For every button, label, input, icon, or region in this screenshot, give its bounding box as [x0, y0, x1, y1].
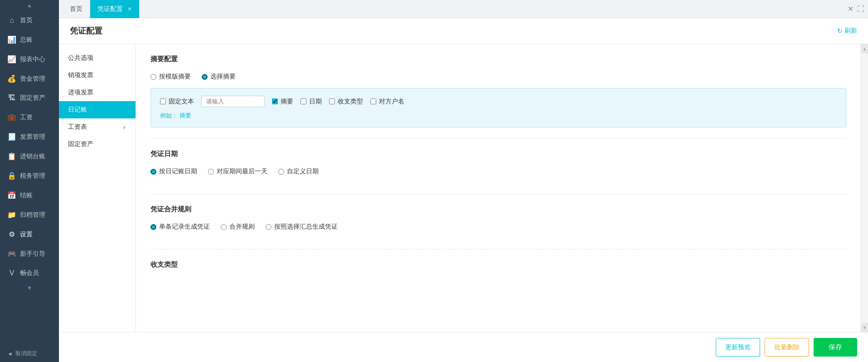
fixed-assets-icon: 🏗 — [7, 94, 16, 102]
date-checkbox[interactable]: 日期 — [301, 98, 322, 106]
income-expense-title: 收支类型 — [150, 260, 846, 269]
home-icon: ⌂ — [7, 16, 16, 24]
summary-config-box: 固定文本 摘要 日期 — [150, 88, 846, 127]
refresh-button[interactable]: ↻ 刷新 — [837, 27, 857, 35]
sidebar-item-vip[interactable]: V畅会员 — [0, 264, 59, 283]
voucher-date-radio-group: 按日记账日期 对应期间最后一天 自定义日期 — [150, 167, 846, 176]
scroll-thumb[interactable] — [861, 53, 868, 323]
last-day-radio[interactable]: 对应期间最后一天 — [208, 167, 267, 176]
sidebar-item-close[interactable]: 📅结账 — [0, 186, 59, 205]
sidebar-item-tax[interactable]: 🔒税务管理 — [0, 166, 59, 186]
left-nav-public[interactable]: 公共选项 — [59, 49, 136, 67]
sidebar-item-home[interactable]: ⌂首页 — [0, 11, 59, 30]
merge-rules-radio-group: 单条记录生成凭证 合并规则 按照选择汇总生成凭证 — [150, 223, 846, 231]
save-button[interactable]: 保存 — [814, 338, 857, 357]
summary-example: 例如： 摘要 — [160, 112, 837, 120]
page-title: 凭证配置 — [70, 25, 102, 36]
refresh-icon: ↻ — [837, 27, 843, 34]
merge-rules-section: 凭证合并规则 单条记录生成凭证 合并规则 按照选择汇总生成凭证 — [150, 205, 846, 249]
sidebar-scroll-down[interactable]: ▼ — [0, 283, 59, 294]
income-type-checkbox[interactable]: 收支类型 — [329, 98, 363, 106]
left-nav-purchase-invoice[interactable]: 进项发票 — [59, 84, 136, 101]
tab-home-tab[interactable]: 首页 — [63, 0, 90, 18]
update-preview-button[interactable]: 更新预览 — [716, 338, 760, 357]
tab-bar: 首页凭证配置✕ ✕ ⛶ — [59, 0, 868, 18]
voucher-date-title: 凭证日期 — [150, 150, 846, 158]
left-nav-fixed-assets-nav[interactable]: 固定资产 — [59, 136, 136, 153]
left-nav: 公共选项销项发票进项发票日记账工资表∨固定资产 — [59, 44, 136, 332]
sidebar-item-reports[interactable]: 📈报表中心 — [0, 49, 59, 69]
tab-voucher-config-tab[interactable]: 凭证配置✕ — [90, 0, 140, 18]
sidebar-item-payroll[interactable]: 💼工资 — [0, 108, 59, 127]
single-record-radio[interactable]: 单条记录生成凭证 — [150, 223, 210, 231]
fixed-text-input[interactable] — [201, 96, 265, 107]
main-area: 首页凭证配置✕ ✕ ⛶ 凭证配置 ↻ 刷新 公共选项销项发票进项发票日记账工资表… — [59, 0, 868, 362]
sidebar-item-settings[interactable]: ⚙设置 — [0, 225, 59, 244]
sidebar-item-purchase-sales[interactable]: 📋进销台账 — [0, 147, 59, 166]
content-area: 凭证配置 ↻ 刷新 公共选项销项发票进项发票日记账工资表∨固定资产 摘要配置 — [59, 18, 868, 362]
payroll-icon: 💼 — [7, 113, 16, 122]
sidebar-item-archive[interactable]: 📁归档管理 — [0, 205, 59, 225]
ledger-icon: 📊 — [7, 35, 16, 44]
custom-date-radio[interactable]: 自定义日期 — [278, 167, 319, 176]
sidebar-item-guide[interactable]: 🎮新手引导 — [0, 244, 59, 264]
chevron-down-icon: ∨ — [122, 124, 126, 130]
scroll-down-arrow[interactable]: ▼ — [861, 323, 868, 332]
sidebar: ▲ ⌂首页📊总账📈报表中心💰资金管理🏗固定资产💼工资🧾发票管理📋进销台账🔒税务管… — [0, 0, 59, 362]
tab-bar-actions: ✕ ⛶ — [848, 5, 864, 13]
fixed-text-checkbox[interactable]: 固定文本 — [160, 98, 194, 106]
settings-icon: ⚙ — [7, 230, 16, 239]
sidebar-scroll-up[interactable]: ▲ — [0, 0, 59, 11]
vip-icon: V — [7, 269, 16, 277]
page-header: 凭证配置 ↻ 刷新 — [59, 18, 868, 44]
sidebar-item-invoice-mgmt[interactable]: 🧾发票管理 — [0, 127, 59, 147]
scroll-up-arrow[interactable]: ▲ — [861, 44, 868, 53]
select-mode-radio[interactable]: 选择摘要 — [202, 73, 236, 81]
tax-icon: 🔒 — [7, 171, 16, 180]
archive-icon: 📁 — [7, 210, 16, 219]
reports-icon: 📈 — [7, 55, 16, 64]
summary-checkbox[interactable]: 摘要 — [272, 98, 293, 106]
template-mode-radio[interactable]: 按模版摘要 — [150, 73, 191, 81]
summary-mode-radio-group: 按模版摘要 选择摘要 — [150, 73, 846, 81]
batch-delete-button[interactable]: 批量删除 — [765, 338, 809, 357]
scrollbar: ▲ ▼ — [861, 44, 868, 332]
body-layout: 公共选项销项发票进项发票日记账工资表∨固定资产 摘要配置 按模版摘要 选择摘要 — [59, 44, 868, 332]
merge-rules-title: 凭证合并规则 — [150, 205, 846, 214]
sidebar-item-fixed-assets[interactable]: 🏗固定资产 — [0, 88, 59, 108]
sidebar-unpin[interactable]: ◄ 取消固定 — [0, 345, 59, 362]
merge-rules-radio[interactable]: 合并规则 — [221, 223, 255, 231]
summary-config-section: 摘要配置 按模版摘要 选择摘要 — [150, 55, 846, 139]
left-nav-sales-invoice[interactable]: 销项发票 — [59, 67, 136, 84]
purchase-sales-icon: 📋 — [7, 152, 16, 161]
left-nav-payroll-table[interactable]: 工资表∨ — [59, 118, 136, 136]
bottom-actions: 更新预览 批量删除 保存 — [59, 332, 868, 362]
funds-icon: 💰 — [7, 74, 16, 83]
guide-icon: 🎮 — [7, 249, 16, 258]
sidebar-item-ledger[interactable]: 📊总账 — [0, 30, 59, 49]
summary-config-title: 摘要配置 — [150, 55, 846, 64]
by-selection-radio[interactable]: 按照选择汇总生成凭证 — [266, 223, 338, 231]
right-content: 摘要配置 按模版摘要 选择摘要 — [136, 44, 861, 332]
counterparty-checkbox[interactable]: 对方户名 — [370, 98, 404, 106]
sidebar-item-funds[interactable]: 💰资金管理 — [0, 69, 59, 88]
close-window-button[interactable]: ✕ — [848, 5, 853, 13]
tab-close-voucher-config-tab[interactable]: ✕ — [127, 6, 132, 12]
invoice-mgmt-icon: 🧾 — [7, 132, 16, 141]
pin-icon: ◄ — [7, 351, 13, 357]
summary-config-row: 固定文本 摘要 日期 — [160, 96, 837, 107]
expand-window-button[interactable]: ⛶ — [857, 5, 864, 13]
by-journal-date-radio[interactable]: 按日记账日期 — [150, 167, 197, 176]
voucher-date-section: 凭证日期 按日记账日期 对应期间最后一天 自定义日期 — [150, 150, 846, 194]
income-expense-section: 收支类型 — [150, 260, 846, 289]
close-icon: 📅 — [7, 191, 16, 200]
left-nav-journal[interactable]: 日记账 — [59, 101, 136, 118]
